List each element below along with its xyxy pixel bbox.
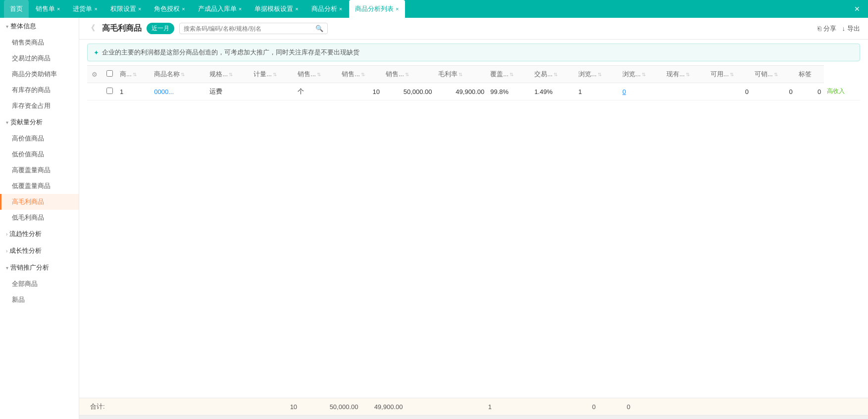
footer-transaction: 1 bbox=[485, 403, 520, 411]
sort-gross-margin-icon[interactable]: ⇅ bbox=[459, 72, 462, 77]
search-input[interactable] bbox=[184, 25, 313, 32]
tab-product-inbound-label: 产成品入库单 bbox=[198, 4, 237, 13]
cell-current-stock-0: 0 bbox=[708, 83, 752, 100]
cell-tag-0: 高收入 bbox=[824, 83, 860, 100]
share-button[interactable]: ⎗ 分享 bbox=[817, 24, 836, 33]
cell-transaction-0: 1 bbox=[575, 83, 619, 100]
cell-spec-0 bbox=[251, 83, 295, 100]
th-settings[interactable]: ⚙ bbox=[87, 66, 102, 83]
export-button[interactable]: ↓ 导出 bbox=[842, 24, 861, 33]
sort-current-stock-icon[interactable]: ⇅ bbox=[686, 72, 690, 77]
cell-checkbox-0[interactable] bbox=[102, 83, 117, 100]
sidebar-item-sales-goods[interactable]: 销售类商品 bbox=[0, 35, 79, 50]
sort-saleable-icon[interactable]: ⇅ bbox=[774, 72, 778, 77]
close-purchase-order-icon[interactable]: × bbox=[94, 6, 97, 12]
th-gross-margin: 毛利率⇅ bbox=[435, 66, 488, 83]
sort-view1-icon[interactable]: ⇅ bbox=[598, 72, 602, 77]
close-product-analysis-list-icon[interactable]: × bbox=[396, 6, 399, 12]
row-checkbox-0[interactable] bbox=[106, 88, 113, 94]
th-view2: 浏览...⇅ bbox=[619, 66, 664, 83]
sidebar-item-high-coverage[interactable]: 高覆盖量商品 bbox=[0, 162, 79, 178]
sidebar-group-trend[interactable]: › 流趋性分析 bbox=[0, 226, 79, 242]
th-current-stock-label: 现有... bbox=[666, 70, 685, 78]
tab-purchase-order[interactable]: 进货单 × bbox=[67, 0, 103, 18]
group-overall-arrow: ▾ bbox=[6, 24, 8, 29]
tab-permission-settings[interactable]: 权限设置 × bbox=[104, 0, 147, 18]
close-product-analysis-icon[interactable]: × bbox=[339, 6, 342, 12]
table-footer: 合计: 10 50,000.00 49,900.00 1 0 0 bbox=[79, 398, 868, 415]
sidebar-item-stock-capital[interactable]: 库存资金占用 bbox=[0, 98, 79, 114]
sidebar-group-contribution[interactable]: ▾ 贡献量分析 bbox=[0, 114, 79, 131]
footer-current-stock: 0 bbox=[589, 403, 624, 411]
tab-product-analysis-label: 商品分析 bbox=[311, 4, 337, 13]
group-trend-label: 流趋性分析 bbox=[9, 230, 42, 238]
cell-view1-0[interactable]: 0 bbox=[619, 83, 664, 100]
tab-home-label: 首页 bbox=[10, 4, 23, 13]
collapse-sidebar-button[interactable]: 《 bbox=[87, 23, 95, 34]
sort-spec-icon[interactable]: ⇅ bbox=[229, 72, 233, 77]
group-contribution-label: 贡献量分析 bbox=[10, 118, 43, 127]
sort-view2-icon[interactable]: ⇅ bbox=[642, 72, 646, 77]
sidebar-group-growth[interactable]: › 成长性分析 bbox=[0, 242, 79, 259]
tab-product-analysis-list[interactable]: 商品分析列表 × bbox=[349, 0, 405, 18]
sort-transaction-icon[interactable]: ⇅ bbox=[554, 72, 558, 77]
info-banner-text: 企业的主要的利润都是这部分商品创造的，可考虑加大推广，同时关注库存是不要出现缺货 bbox=[102, 48, 359, 57]
th-current-stock: 现有...⇅ bbox=[664, 66, 708, 83]
tab-role-auth[interactable]: 角色授权 × bbox=[148, 0, 191, 18]
sidebar-item-all-goods[interactable]: 全部商品 bbox=[0, 276, 79, 292]
sort-sales-qty-icon[interactable]: ⇅ bbox=[317, 72, 321, 77]
export-icon: ↓ bbox=[842, 25, 846, 32]
close-sales-order-icon[interactable]: × bbox=[57, 6, 60, 12]
select-all-checkbox[interactable] bbox=[106, 70, 113, 77]
close-role-auth-icon[interactable]: × bbox=[182, 6, 185, 12]
tab-template-settings[interactable]: 单据模板设置 × bbox=[249, 0, 304, 18]
footer-sales-amount: 50,000.00 bbox=[327, 403, 371, 411]
th-saleable: 可销...⇅ bbox=[752, 66, 796, 83]
sidebar-group-overall[interactable]: ▾ 整体信息 bbox=[0, 18, 79, 35]
cell-gross-margin-0: 99.8% bbox=[487, 83, 531, 100]
sidebar-group-marketing[interactable]: ▾ 营销推广分析 bbox=[0, 259, 79, 276]
search-box[interactable]: 🔍 bbox=[179, 23, 328, 34]
tab-home[interactable]: 首页 bbox=[4, 0, 29, 18]
window-close-button[interactable]: ✕ bbox=[850, 5, 864, 13]
tab-product-analysis[interactable]: 商品分析 × bbox=[306, 0, 348, 18]
sidebar-item-low-coverage[interactable]: 低覆盖量商品 bbox=[0, 178, 79, 194]
group-marketing-label: 营销推广分析 bbox=[10, 263, 49, 272]
search-icon[interactable]: 🔍 bbox=[315, 25, 323, 32]
sidebar-item-traded-goods[interactable]: 交易过的商品 bbox=[0, 50, 79, 66]
sidebar-item-low-value[interactable]: 低价值商品 bbox=[0, 146, 79, 162]
sort-coverage-icon[interactable]: ⇅ bbox=[510, 72, 513, 77]
th-view1-label: 浏览... bbox=[578, 70, 597, 78]
tab-product-inbound[interactable]: 产成品入库单 × bbox=[192, 0, 248, 18]
bottom-scrollbar[interactable] bbox=[79, 415, 868, 419]
th-unit: 计量...⇅ bbox=[251, 66, 295, 83]
tab-sales-order[interactable]: 销售单 × bbox=[30, 0, 66, 18]
date-filter-button[interactable]: 近一月 bbox=[147, 23, 174, 34]
th-checkbox[interactable] bbox=[102, 66, 117, 83]
table-container: ⚙ 商...⇅ 商品名称⇅ 规格...⇅ 计量...⇅ 销售...⇅ 销售...… bbox=[79, 65, 868, 398]
sidebar-item-high-value[interactable]: 高价值商品 bbox=[0, 131, 79, 146]
close-product-inbound-icon[interactable]: × bbox=[239, 6, 242, 12]
sort-unit-icon[interactable]: ⇅ bbox=[273, 72, 277, 77]
sidebar-item-category-rate[interactable]: 商品分类助销率 bbox=[0, 66, 79, 82]
sidebar-item-low-margin[interactable]: 低毛利商品 bbox=[0, 210, 79, 226]
sort-sales-amount-icon[interactable]: ⇅ bbox=[361, 72, 365, 77]
sidebar-item-in-stock-goods[interactable]: 有库存的商品 bbox=[0, 82, 79, 98]
sort-available-icon[interactable]: ⇅ bbox=[730, 72, 734, 77]
th-saleable-label: 可销... bbox=[755, 70, 773, 78]
sort-sales-profit-icon[interactable]: ⇅ bbox=[405, 72, 409, 77]
th-name: 商品名称⇅ bbox=[151, 66, 206, 83]
close-template-icon[interactable]: × bbox=[295, 6, 298, 12]
product-table: ⚙ 商...⇅ 商品名称⇅ 规格...⇅ 计量...⇅ 销售...⇅ 销售...… bbox=[87, 65, 860, 100]
cell-sales-profit-0: 49,900.00 bbox=[435, 83, 488, 100]
th-code: 商...⇅ bbox=[117, 66, 151, 83]
cell-code-0[interactable]: 0000... bbox=[151, 83, 206, 100]
sidebar-item-high-margin[interactable]: 高毛利商品 bbox=[0, 194, 79, 210]
sort-code-icon[interactable]: ⇅ bbox=[133, 72, 137, 77]
sort-name-icon[interactable]: ⇅ bbox=[181, 72, 185, 77]
cell-unit-0: 个 bbox=[295, 83, 339, 100]
th-sales-amount-label: 销售... bbox=[342, 70, 360, 78]
sidebar-item-new-goods[interactable]: 新品 bbox=[0, 292, 79, 308]
info-banner: ✦ 企业的主要的利润都是这部分商品创造的，可考虑加大推广，同时关注库存是不要出现… bbox=[87, 44, 860, 61]
close-permission-icon[interactable]: × bbox=[138, 6, 141, 12]
